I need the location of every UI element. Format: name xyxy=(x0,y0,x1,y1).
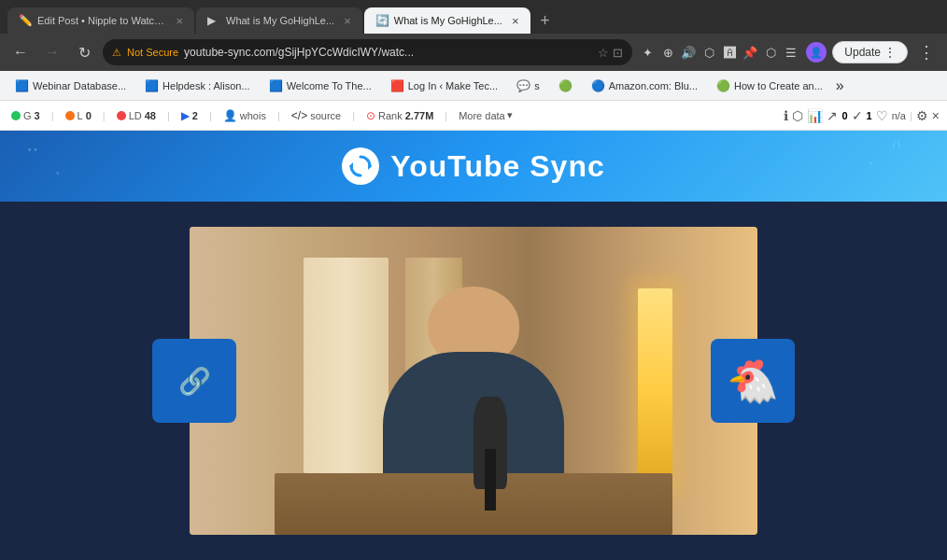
seo-ld-value: 48 xyxy=(145,110,156,121)
tab-1-close[interactable]: × xyxy=(176,14,183,28)
ext-icon-8[interactable]: ☰ xyxy=(782,43,800,62)
bookmark-amazon-label: Amazon.com: Blu... xyxy=(609,80,698,91)
ext-icon-4[interactable]: ⬡ xyxy=(700,43,718,62)
nav-bar: ← → ↻ ⚠ Not Secure youtube-sync.com/gSij… xyxy=(0,34,947,71)
seo-sep-2: | xyxy=(103,110,106,121)
seo-info-icon[interactable]: ℹ xyxy=(784,108,788,123)
seo-links-out-icon[interactable]: ↗ xyxy=(827,108,838,123)
seo-g-dot xyxy=(11,111,21,120)
bookmark-helpdesk-label: Helpdesk : Alison... xyxy=(163,80,250,91)
tab-2-close[interactable]: × xyxy=(344,14,351,28)
ext-icon-2[interactable]: ⊕ xyxy=(658,43,677,62)
ext-icon-7[interactable]: ⬡ xyxy=(761,43,780,62)
seo-ld-item[interactable]: LD 48 xyxy=(113,108,160,123)
tab-3-close[interactable]: × xyxy=(512,14,519,28)
site-header: • • • / \ • YouTube Sync xyxy=(0,131,947,202)
forward-button[interactable]: → xyxy=(39,39,65,65)
seo-ld-label: LD xyxy=(129,110,142,121)
seo-more-data-button[interactable]: More data ▾ xyxy=(455,107,516,123)
ext-icon-5[interactable]: 🅰 xyxy=(720,43,739,62)
seo-chart-icon[interactable]: 📊 xyxy=(807,108,823,123)
tab-2-favicon: ▶ xyxy=(207,14,220,27)
back-button[interactable]: ← xyxy=(7,39,34,65)
browser-window: ✏️ Edit Post • Nipple to Watch... × ▶ Wh… xyxy=(0,0,947,560)
user-avatar[interactable]: 👤 xyxy=(806,42,827,63)
bookmark-login-favicon: 🟥 xyxy=(390,79,404,92)
tab-1[interactable]: ✏️ Edit Post • Nipple to Watch... × xyxy=(7,7,194,34)
video-mic-stand xyxy=(485,449,496,511)
bookmark-webinar-label: Webinar Database... xyxy=(33,80,126,91)
seo-l-item[interactable]: L 0 xyxy=(62,108,95,123)
ext-icon-6[interactable]: 📌 xyxy=(741,43,759,62)
seo-code-icon: </> xyxy=(291,109,307,122)
address-icons: ☆ ⊡ xyxy=(598,46,623,60)
tab-2[interactable]: ▶ What is My GoHighLe... × xyxy=(196,7,362,34)
seo-sep-1: | xyxy=(51,110,54,121)
bookmarks-more-button[interactable]: » xyxy=(836,77,844,94)
seo-share-icon[interactable]: ⬡ xyxy=(792,108,803,123)
bookmark-webinar-favicon: 🟦 xyxy=(15,79,29,92)
extension-icons: ✦ ⊕ 🔊 ⬡ 🅰 📌 ⬡ ☰ xyxy=(638,43,800,62)
seo-g-item[interactable]: G 3 xyxy=(7,108,44,123)
bookmark-welcome[interactable]: 🟦 Welcome To The... xyxy=(261,77,379,94)
seo-rank-icon: ⊙ xyxy=(366,109,375,122)
seo-sep-5: | xyxy=(277,110,280,121)
ext-icon-3[interactable]: 🔊 xyxy=(679,43,698,62)
bookmark-amazon[interactable]: 🔵 Amazon.com: Blu... xyxy=(584,77,705,94)
update-chevron-icon: ⋮ xyxy=(884,46,896,59)
bookmark-star-icon[interactable]: ☆ xyxy=(598,46,609,60)
link-icon: 🔗 xyxy=(178,366,211,397)
bookmarks-bar: 🟦 Webinar Database... 🟦 Helpdesk : Aliso… xyxy=(0,71,947,101)
seo-close-icon[interactable]: × xyxy=(932,108,940,123)
tab-bar: ✏️ Edit Post • Nipple to Watch... × ▶ Wh… xyxy=(0,0,947,34)
seo-heart-icon[interactable]: ♡ xyxy=(876,108,888,123)
seo-ld-dot xyxy=(117,111,126,120)
seo-whois-item[interactable]: 👤 whois xyxy=(219,107,270,124)
video-scene xyxy=(190,227,757,535)
seo-bl-item[interactable]: ▶ 2 xyxy=(177,107,202,124)
address-text: youtube-sync.com/gSijHpYCcWdicIWY/watc..… xyxy=(184,46,592,59)
address-bar[interactable]: ⚠ Not Secure youtube-sync.com/gSijHpYCcW… xyxy=(103,39,632,65)
seo-links-in-icon[interactable]: ✓ xyxy=(852,108,863,123)
chicken-icon: 🐔 xyxy=(727,357,779,406)
seo-bl-value: 2 xyxy=(192,110,198,121)
left-badge: 🔗 xyxy=(152,339,236,423)
tab-3-favicon: 🔄 xyxy=(375,14,389,27)
bookmark-howto-label: How to Create an... xyxy=(734,80,823,91)
seo-right-actions: ℹ ⬡ 📊 ↗ 0 ✓ 1 ♡ n/a | ⚙ × xyxy=(784,108,940,123)
seo-toolbar: G 3 | L 0 | LD 48 | ▶ 2 | 👤 whois | </> … xyxy=(0,101,947,131)
bookmark-helpdesk-favicon: 🟦 xyxy=(145,79,159,92)
tab-2-label: What is My GoHighLe... xyxy=(226,15,334,26)
bookmark-green[interactable]: 🟢 xyxy=(551,77,580,94)
update-button[interactable]: Update ⋮ xyxy=(832,41,908,63)
site-logo-icon xyxy=(342,147,379,185)
reload-button[interactable]: ↻ xyxy=(71,39,97,65)
bookmark-login-label: Log In ‹ Make Tec... xyxy=(408,80,498,91)
more-options-button[interactable]: ⋮ xyxy=(913,39,940,65)
bookmark-webinar[interactable]: 🟦 Webinar Database... xyxy=(7,77,134,94)
seo-l-dot xyxy=(65,111,75,120)
bookmark-amazon-favicon: 🔵 xyxy=(591,79,605,92)
bookmark-helpdesk[interactable]: 🟦 Helpdesk : Alison... xyxy=(137,77,258,94)
seo-l-value: 0 xyxy=(86,110,92,121)
seo-chevron-down-icon: ▾ xyxy=(507,109,513,121)
bookmark-chat-label: s xyxy=(534,80,540,91)
seo-source-item[interactable]: </> source xyxy=(288,107,345,124)
reading-mode-icon[interactable]: ⊡ xyxy=(613,46,623,60)
tab-1-label: Edit Post • Nipple to Watch... xyxy=(37,15,166,26)
security-icon: ⚠ xyxy=(112,47,121,59)
video-lamp xyxy=(638,288,671,489)
bookmark-howto[interactable]: 🟢 How to Create an... xyxy=(709,77,830,94)
seo-g-label: G xyxy=(23,110,32,121)
tab-3[interactable]: 🔄 What is My GoHighLe... × xyxy=(364,7,530,34)
seo-rank-item[interactable]: ⊙ Rank 2.77M xyxy=(362,107,437,124)
seo-settings-icon[interactable]: ⚙ xyxy=(916,108,928,123)
bookmark-howto-favicon: 🟢 xyxy=(716,79,730,92)
ext-icon-1[interactable]: ✦ xyxy=(638,43,657,62)
video-frame[interactable] xyxy=(190,227,757,535)
right-badge: 🐔 xyxy=(711,339,795,423)
bookmark-welcome-label: Welcome To The... xyxy=(287,80,372,91)
bookmark-login[interactable]: 🟥 Log In ‹ Make Tec... xyxy=(383,77,505,94)
bookmark-chat[interactable]: 💬 s xyxy=(509,77,547,94)
new-tab-btn[interactable]: + xyxy=(532,7,558,34)
